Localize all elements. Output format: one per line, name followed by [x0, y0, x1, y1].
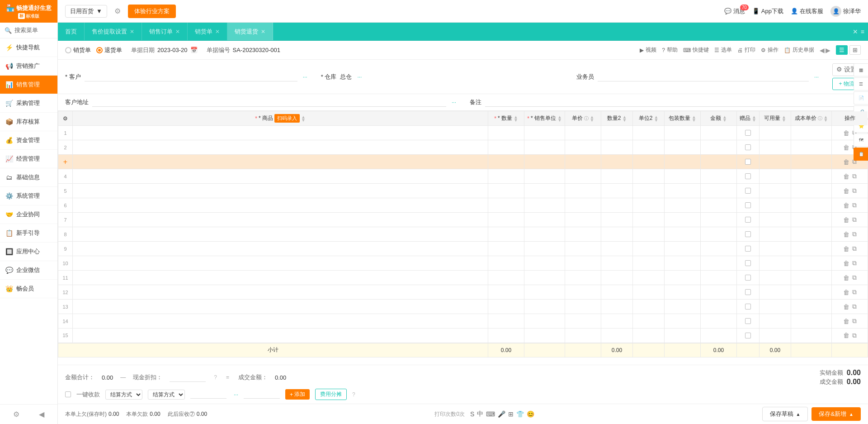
gift-cell[interactable]: [737, 184, 760, 198]
warehouse-more[interactable]: ···: [357, 74, 362, 80]
gift-cell[interactable]: [737, 140, 760, 155]
online-service-button[interactable]: 👤 在线客服: [791, 7, 823, 15]
cost-price-cell[interactable]: [791, 242, 832, 256]
taskbar-icon-1[interactable]: S: [470, 410, 474, 418]
taskbar-icon-4[interactable]: 🎤: [498, 410, 505, 418]
tab-sales-close[interactable]: ✕: [215, 29, 220, 35]
unit-price-cell[interactable]: [565, 155, 601, 169]
product-cell[interactable]: [73, 314, 488, 329]
unit-cell[interactable]: [524, 329, 565, 343]
unit2-cell[interactable]: [633, 285, 665, 300]
unit-cell[interactable]: [524, 314, 565, 329]
tab-sales-return[interactable]: 销货退货 ✕: [227, 23, 273, 40]
unit-cell[interactable]: [524, 155, 565, 169]
copy-icon[interactable]: ⧉: [852, 201, 857, 209]
trial-button[interactable]: 体验行业方案: [128, 5, 176, 18]
product-cell[interactable]: [73, 169, 488, 184]
amount-cell[interactable]: [701, 256, 737, 271]
amount-cell[interactable]: [701, 227, 737, 242]
account-more[interactable]: ···: [234, 391, 238, 398]
address-input[interactable]: [92, 98, 446, 107]
gift-checkbox[interactable]: [745, 130, 751, 136]
pkg-qty-cell[interactable]: [665, 155, 701, 169]
qty-cell[interactable]: [488, 213, 524, 227]
qty2-cell[interactable]: [601, 256, 633, 271]
save-draft-button[interactable]: 保存草稿 ▲: [762, 407, 808, 421]
copy-icon[interactable]: ⧉: [852, 172, 857, 180]
unit2-cell[interactable]: [633, 329, 665, 343]
cost-price-cell[interactable]: [791, 126, 832, 140]
available-cell[interactable]: [760, 329, 791, 343]
video-action[interactable]: ▶ 视频: [640, 46, 656, 54]
history-action[interactable]: 📋 历史单据: [784, 46, 814, 54]
unit2-cell[interactable]: [633, 140, 665, 155]
product-cell[interactable]: [73, 140, 488, 155]
sidebar-item-apps[interactable]: 🔲 应用中心: [0, 243, 57, 261]
available-cell[interactable]: [760, 285, 791, 300]
gift-checkbox[interactable]: [745, 231, 751, 237]
gift-cell[interactable]: [737, 271, 760, 285]
qty-cell[interactable]: [488, 140, 524, 155]
cost-price-cell[interactable]: [791, 300, 832, 314]
unit-price-cell[interactable]: [565, 169, 601, 184]
delete-icon[interactable]: 🗑: [843, 216, 849, 224]
tab-home[interactable]: 首页: [58, 23, 85, 40]
gift-checkbox[interactable]: [745, 260, 751, 266]
unit-cell[interactable]: [524, 285, 565, 300]
qty2-cell[interactable]: [601, 184, 633, 198]
qty2-cell[interactable]: [601, 198, 633, 213]
sidebar-collapse-icon[interactable]: ◀: [37, 408, 46, 420]
qty-cell[interactable]: [488, 300, 524, 314]
sidebar-item-enterprise[interactable]: 🤝 企业协同: [0, 205, 57, 224]
qty-cell[interactable]: [488, 242, 524, 256]
available-cell[interactable]: [760, 300, 791, 314]
add-row-icon[interactable]: +: [63, 158, 67, 166]
available-cell[interactable]: [760, 184, 791, 198]
cost-price-cell[interactable]: [791, 213, 832, 227]
pkg-qty-cell[interactable]: [665, 256, 701, 271]
qty-cell[interactable]: [488, 198, 524, 213]
qty-cell[interactable]: [488, 329, 524, 343]
copy-icon[interactable]: ⧉: [852, 274, 857, 281]
unit-cell[interactable]: [524, 213, 565, 227]
gift-checkbox[interactable]: [745, 159, 751, 165]
right-panel-btn-3[interactable]: 📄: [854, 91, 868, 105]
right-panel-btn-6[interactable]: 🗺: [854, 133, 868, 147]
delete-icon[interactable]: 🗑: [843, 173, 849, 180]
right-panel-btn-2[interactable]: ☰: [854, 77, 868, 91]
gift-checkbox[interactable]: [745, 144, 751, 150]
product-cell[interactable]: [73, 271, 488, 285]
fee-split-button[interactable]: 费用分摊: [315, 389, 347, 400]
user-profile[interactable]: 👤 徐泽华: [830, 6, 861, 17]
amount-cell[interactable]: [701, 155, 737, 169]
unit2-cell[interactable]: [633, 213, 665, 227]
th-settings[interactable]: ⚙: [58, 111, 73, 126]
qty2-cell[interactable]: [601, 242, 633, 256]
scan-button[interactable]: 扫码录入: [274, 114, 300, 123]
unit-price-cell[interactable]: [565, 184, 601, 198]
cost-price-cell[interactable]: [791, 329, 832, 343]
settle-method-select[interactable]: 结算方式: [148, 390, 185, 400]
amount-cell[interactable]: [701, 213, 737, 227]
radio-return[interactable]: 退货单: [96, 46, 122, 54]
discount-input[interactable]: [170, 373, 206, 382]
unit-cell[interactable]: [524, 256, 565, 271]
qty2-cell[interactable]: [601, 329, 633, 343]
amount-cell[interactable]: [701, 300, 737, 314]
qty-cell[interactable]: [488, 227, 524, 242]
gift-cell[interactable]: [737, 227, 760, 242]
unit-price-cell[interactable]: [565, 227, 601, 242]
pkg-qty-cell[interactable]: [665, 300, 701, 314]
tab-sales-order[interactable]: 销售订单 ✕: [142, 23, 188, 40]
product-cell[interactable]: [73, 242, 488, 256]
unit-price-cell[interactable]: [565, 198, 601, 213]
copy-icon[interactable]: ⧉: [852, 187, 857, 195]
shortcut-action[interactable]: ⌨ 快捷键: [683, 46, 709, 54]
pkg-qty-cell[interactable]: [665, 198, 701, 213]
cost-price-cell[interactable]: [791, 256, 832, 271]
available-cell[interactable]: [760, 314, 791, 329]
qty-cell[interactable]: [488, 184, 524, 198]
product-cell[interactable]: [73, 155, 488, 169]
qty2-cell[interactable]: [601, 140, 633, 155]
unit-price-cell[interactable]: [565, 300, 601, 314]
